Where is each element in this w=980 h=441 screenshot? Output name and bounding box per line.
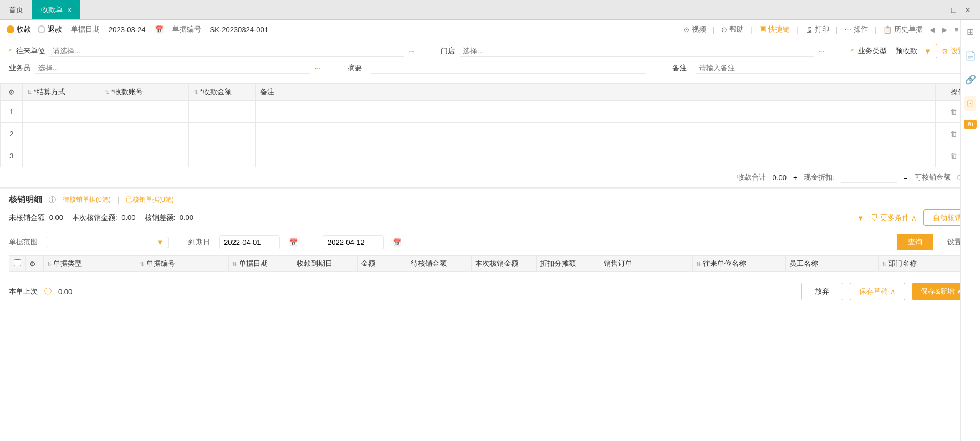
maximize-button[interactable]: □ [951, 6, 960, 14]
discount-input[interactable] [841, 172, 897, 183]
settings-col[interactable]: ⚙ [1, 84, 23, 101]
sidebar-screen-icon[interactable]: ⊡ [964, 96, 976, 111]
summary-row: 收款合计 0.00 + 现金折扣: = 可核销金额 0.00 [0, 167, 980, 188]
staff-more-icon[interactable]: ··· [315, 64, 321, 73]
dept-name-col-header: ⇅ 部门名称 [878, 256, 971, 272]
party-input[interactable] [49, 45, 404, 57]
pending-col-header: 待核销金额 [407, 256, 471, 272]
date-to-input[interactable] [323, 235, 384, 249]
current-col-header: 本次核销金额 [471, 256, 536, 272]
row-1-delete-icon[interactable]: 🗑 [950, 107, 957, 116]
radio-group: 收款 退款 [7, 24, 62, 34]
party-more-icon[interactable]: ··· [408, 47, 414, 55]
discard-button[interactable]: 放弃 [801, 283, 843, 300]
row-3-settle[interactable] [23, 145, 100, 167]
row-3-index: 3 [1, 145, 23, 167]
table-row: 2 🗑 ⧉ [1, 123, 980, 145]
row-2-amount[interactable] [189, 123, 256, 145]
range-select[interactable]: ▼ [47, 237, 169, 248]
tab-receipt[interactable]: 收款单 × [32, 0, 80, 19]
radio-refund[interactable]: 退款 [38, 24, 62, 34]
history-button[interactable]: 📋 历史单据 [883, 24, 923, 34]
print-button[interactable]: 🖨 打印 [805, 24, 829, 34]
store-input[interactable] [460, 45, 814, 57]
row-2-settle[interactable] [23, 123, 100, 145]
done-tab[interactable]: 已核销单据(0笔) [126, 195, 174, 204]
row-2-remark[interactable] [256, 123, 936, 145]
row-3-remark[interactable] [256, 145, 936, 167]
calendar-icon[interactable]: 📅 [155, 25, 164, 34]
select-all-checkbox[interactable] [14, 259, 21, 266]
current-stat: 本次核销金额: 0.00 [72, 213, 136, 223]
row-3-delete-icon[interactable]: 🗑 [950, 152, 957, 161]
date-from-icon[interactable]: 📅 [289, 238, 298, 247]
unchecked-stat: 未核销金额 0.00 [9, 213, 63, 223]
remark-input[interactable] [696, 63, 971, 74]
last-value: 0.00 [58, 288, 72, 296]
table-row: 3 🗑 ⧉ [1, 145, 980, 167]
row-2-delete-icon[interactable]: 🗑 [950, 130, 957, 139]
right-sidebar: ⊞ 📄 🔗 ⊡ Ai [960, 20, 980, 441]
row-2-account[interactable] [100, 123, 189, 145]
tab-home[interactable]: 首页 [0, 0, 32, 19]
main-content: 收款 退款 单据日期 2023-03-24 📅 单据编号 SK-20230324… [0, 20, 980, 441]
row-1-account[interactable] [100, 101, 189, 123]
video-button[interactable]: ⊙ 视频 [683, 24, 706, 34]
more-conditions-button[interactable]: ⛉ 更多条件 ∧ [871, 213, 917, 223]
row-1-remark[interactable] [256, 101, 936, 123]
save-draft-chevron[interactable]: ∧ [890, 288, 896, 296]
row-3-account[interactable] [100, 145, 189, 167]
detail-table-wrap: ⚙ ⇅ 单据类型 ⇅ 单据编号 ⇅ 单据日期 收款到期日 [9, 255, 971, 272]
radio-receipt-label: 收款 [17, 24, 31, 34]
grid-icon[interactable]: ≡ [954, 25, 958, 34]
range-select-chevron: ▼ [156, 238, 164, 247]
save-draft-button[interactable]: 保存草稿 ∧ [850, 283, 905, 300]
sidebar-doc-icon[interactable]: 📄 [963, 48, 978, 63]
settings-detail-col[interactable]: ⚙ [26, 256, 44, 272]
table-section: ⚙ ⇅ *结算方式 ⇅ *收款账号 ⇅ *收款金额 备注 操作 1 [0, 83, 980, 167]
close-button[interactable]: ✕ [964, 6, 973, 14]
date-from-input[interactable] [219, 235, 280, 249]
tab-home-label: 首页 [9, 5, 23, 15]
number-value: SK-20230324-001 [210, 25, 269, 34]
radio-refund-label: 退款 [48, 24, 62, 34]
operation-button[interactable]: ⋯ 操作 [844, 24, 868, 34]
party-name-col-header: ⇅ 往来单位名称 [693, 256, 785, 272]
total-label: 收款合计 [737, 172, 766, 182]
staff-input[interactable] [35, 63, 310, 74]
business-type-chevron[interactable]: ▼ [924, 47, 931, 55]
nav-left-icon[interactable]: ◀ [930, 25, 935, 34]
help-button[interactable]: ⊙ 帮助 [721, 24, 744, 34]
sidebar-attachment-icon[interactable]: 🔗 [963, 72, 978, 87]
form-row-2: 业务员 ··· 摘要 备注 [9, 63, 971, 74]
nav-right-icon[interactable]: ▶ [942, 25, 947, 34]
window-controls: — □ ✕ [931, 6, 980, 14]
row-3-amount[interactable] [189, 145, 256, 167]
staff-name-col-header: 员工名称 [785, 256, 878, 272]
number-col-header: ⇅ 单据编号 [136, 256, 229, 272]
row-1-settle[interactable] [23, 101, 100, 123]
query-button[interactable]: 查询 [897, 234, 933, 250]
business-type-value: 预收款 [896, 46, 917, 56]
pending-tab[interactable]: 待核销单据(0笔) [63, 195, 111, 204]
date-to-icon[interactable]: 📅 [392, 238, 401, 247]
filter-funnel-icon: ⛉ [871, 214, 878, 222]
sidebar-table-icon[interactable]: ⊞ [964, 24, 976, 39]
tab-bar: 首页 收款单 × — □ ✕ [0, 0, 980, 20]
print-icon: 🖨 [805, 25, 813, 34]
shortcut-button[interactable]: ▣ 快捷键 [759, 24, 790, 34]
verify-section: 核销明细 ⓘ 待核销单据(0笔) | 已核销单据(0笔) 未核销金额 0.00 … [0, 188, 980, 278]
close-icon[interactable]: × [67, 6, 72, 14]
remark-col-header: 备注 [256, 84, 936, 101]
ai-badge[interactable]: Ai [964, 120, 977, 129]
row-1-amount[interactable] [189, 101, 256, 123]
minimize-button[interactable]: — [938, 6, 947, 14]
discount-col-header: 折扣分摊额 [536, 256, 600, 272]
toolbar: 收款 退款 单据日期 2023-03-24 📅 单据编号 SK-20230324… [0, 20, 980, 39]
row-2-index: 2 [1, 123, 23, 145]
radio-receipt[interactable]: 收款 [7, 24, 31, 34]
store-more-icon[interactable]: ··· [818, 47, 824, 55]
total-value: 0.00 [773, 173, 787, 182]
checkbox-all-col[interactable] [9, 256, 26, 272]
abstract-input[interactable] [371, 63, 646, 74]
